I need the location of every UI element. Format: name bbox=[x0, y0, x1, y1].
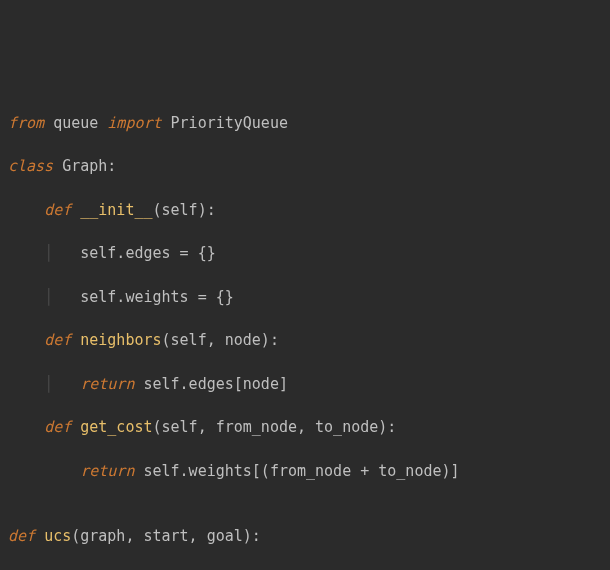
keyword-return: return bbox=[80, 375, 134, 393]
code-line-6: def neighbors(self, node): bbox=[8, 330, 610, 352]
code-line-4: │ self.edges = {} bbox=[8, 243, 610, 265]
keyword-def: def bbox=[44, 331, 71, 349]
params: (self, node): bbox=[162, 331, 279, 349]
params: (self, from_node, to_node): bbox=[153, 418, 397, 436]
colon: : bbox=[107, 157, 116, 175]
method-name-get-cost: get_cost bbox=[80, 418, 152, 436]
code-line-1: from queue import PriorityQueue bbox=[8, 113, 610, 135]
stmt: self.edges = {} bbox=[80, 244, 215, 262]
params: (self): bbox=[153, 201, 216, 219]
code-editor: from queue import PriorityQueue class Gr… bbox=[8, 91, 610, 570]
keyword-def: def bbox=[8, 527, 35, 545]
code-line-7: │ return self.edges[node] bbox=[8, 374, 610, 396]
keyword-import: import bbox=[107, 114, 161, 132]
expr: self.edges[node] bbox=[134, 375, 288, 393]
keyword-return: return bbox=[80, 462, 134, 480]
code-line-9: return self.weights[(from_node + to_node… bbox=[8, 461, 610, 483]
params: (graph, start, goal): bbox=[71, 527, 261, 545]
keyword-from: from bbox=[8, 114, 44, 132]
function-name-ucs: ucs bbox=[44, 527, 71, 545]
indent-guide: │ bbox=[44, 288, 53, 306]
stmt: self.weights = {} bbox=[80, 288, 234, 306]
keyword-def: def bbox=[44, 201, 71, 219]
method-name-init: __init__ bbox=[80, 201, 152, 219]
code-line-3: def __init__(self): bbox=[8, 200, 610, 222]
code-line-5: │ self.weights = {} bbox=[8, 287, 610, 309]
method-name-neighbors: neighbors bbox=[80, 331, 161, 349]
indent-guide: │ bbox=[44, 375, 53, 393]
import-name: PriorityQueue bbox=[171, 114, 288, 132]
code-line-8: def get_cost(self, from_node, to_node): bbox=[8, 417, 610, 439]
code-line-2: class Graph: bbox=[8, 156, 610, 178]
keyword-def: def bbox=[44, 418, 71, 436]
module-name: queue bbox=[53, 114, 98, 132]
keyword-class: class bbox=[8, 157, 53, 175]
class-name: Graph bbox=[62, 157, 107, 175]
indent-guide: │ bbox=[44, 244, 53, 262]
code-line-11: def ucs(graph, start, goal): bbox=[8, 526, 610, 548]
expr: self.weights[(from_node + to_node)] bbox=[134, 462, 459, 480]
